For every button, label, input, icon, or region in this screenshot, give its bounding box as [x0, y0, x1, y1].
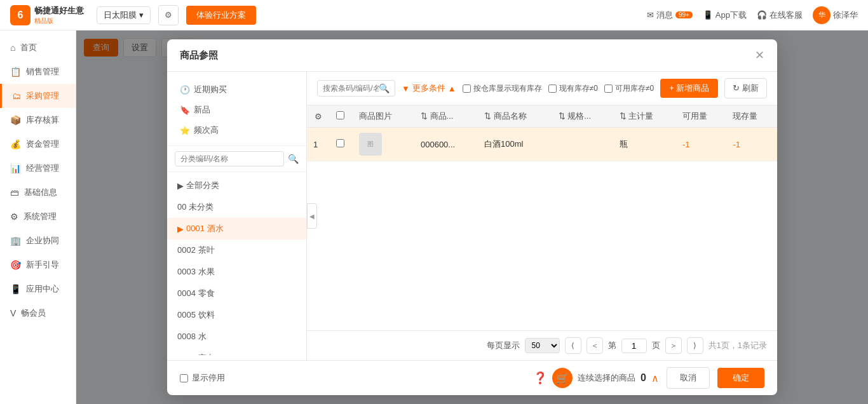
available-stock-checkbox[interactable] [604, 84, 613, 93]
page-size-select[interactable]: 50 10 20 100 [525, 338, 560, 353]
app-download-btn[interactable]: 📱 App下载 [703, 10, 747, 21]
show-disabled-wrap[interactable]: 显示停用 [180, 372, 225, 384]
category-0010-label: 0010 家电 [177, 353, 215, 355]
page-input[interactable] [621, 339, 647, 353]
member-icon: V [10, 308, 16, 318]
sidebar-item-apps[interactable]: 📱应用中心 [0, 277, 76, 301]
th-unit[interactable]: ⇅ 主计量 [613, 105, 676, 128]
more-filter-btn[interactable]: ▼ 更多条件 ▲ [402, 83, 456, 94]
experience-btn[interactable]: 体验行业方案 [186, 6, 256, 25]
td-image: 图 [353, 128, 414, 161]
category-0008-label: 0008 水 [177, 331, 207, 342]
category-0010[interactable]: 0010 家电 [167, 347, 306, 355]
current-stock-checkbox-wrap[interactable]: 现有库存≠0 [548, 83, 598, 94]
last-page-icon: ⟩ [693, 341, 696, 350]
td-checkbox[interactable] [330, 128, 353, 161]
th-spec[interactable]: ⇅ 规格... [552, 105, 613, 128]
th-available: 可用量 [676, 105, 726, 128]
product-search-icon[interactable]: 🔍 [379, 83, 390, 93]
category-0004-label: 0004 零食 [177, 288, 215, 299]
gear-button[interactable]: ⚙ [158, 5, 179, 25]
messages-btn[interactable]: ✉ 消息 99+ [647, 10, 693, 21]
cancel-btn[interactable]: 取消 [667, 367, 710, 389]
purchase-icon: 🗂 [12, 91, 21, 101]
product-table: ⚙ 商品图片 ⇅ 商品... ⇅ 商品名称 [307, 105, 777, 161]
th-code[interactable]: ⇅ 商品... [414, 105, 478, 128]
refresh-btn[interactable]: ↻ 刷新 [724, 78, 767, 98]
add-product-btn[interactable]: + 新增商品 [660, 79, 718, 98]
th-checkbox[interactable] [330, 105, 353, 128]
available-stock-label: 可用库存≠0 [615, 83, 654, 94]
sidebar-item-inventory[interactable]: 📦库存核算 [0, 108, 76, 132]
current-stock-checkbox[interactable] [548, 84, 557, 93]
select-all-checkbox[interactable] [336, 111, 344, 119]
first-page-btn[interactable]: ⟨ [565, 337, 581, 354]
category-0001-label: 0001 酒水 [186, 223, 224, 234]
warehouse-checkbox-wrap[interactable]: 按仓库显示现有库存 [463, 83, 542, 94]
arrow-right-icon: ▶ [177, 181, 184, 191]
td-code: 000600... [414, 128, 478, 161]
cart-area: ❓ 🛒 连续选择的商品 0 ∧ [533, 368, 659, 388]
category-00[interactable]: 00 未分类 [167, 196, 306, 218]
sidebar-item-system[interactable]: ⚙系统管理 [0, 205, 76, 229]
modal-close-btn[interactable]: ✕ [755, 48, 764, 62]
row-checkbox[interactable] [336, 139, 344, 147]
quick-frequent[interactable]: ⭐ 频次高 [175, 120, 299, 140]
category-0003[interactable]: 0003 水果 [167, 261, 306, 283]
sidebar-item-finance[interactable]: 💰资金管理 [0, 132, 76, 156]
modal-footer: 显示停用 ❓ 🛒 连续选择的商品 0 ∧ 取消 确定 [167, 360, 777, 395]
filter-arrow-icon: ▲ [448, 84, 456, 93]
category-all-label: 全部分类 [186, 180, 219, 191]
prev-page-btn[interactable]: ＜ [587, 337, 603, 354]
quick-new[interactable]: 🔖 新品 [175, 100, 299, 120]
th-name[interactable]: ⇅ 商品名称 [478, 105, 552, 128]
chevron-down-icon: ▾ [139, 10, 144, 20]
th-settings[interactable]: ⚙ [307, 105, 330, 128]
show-disabled-checkbox[interactable] [180, 374, 188, 382]
product-table-wrap: ⚙ 商品图片 ⇅ 商品... ⇅ 商品名称 [307, 105, 777, 330]
collapse-panel-btn[interactable]: ◀ [307, 203, 317, 229]
table-row[interactable]: 1 图 000600... 白酒100ml 瓶 [307, 128, 777, 161]
product-search-input[interactable] [323, 84, 379, 93]
category-0008[interactable]: 0008 水 [167, 326, 306, 347]
category-all[interactable]: ▶ 全部分类 [167, 175, 306, 196]
app-download-label: App下载 [715, 10, 747, 21]
customer-service-btn[interactable]: 🎧 在线客服 [757, 10, 803, 21]
collapse-cart-btn[interactable]: ∧ [651, 372, 659, 384]
available-stock-checkbox-wrap[interactable]: 可用库存≠0 [604, 83, 654, 94]
category-0005[interactable]: 0005 饮料 [167, 304, 306, 326]
confirm-btn[interactable]: 确定 [717, 368, 764, 388]
category-0004[interactable]: 0004 零食 [167, 283, 306, 304]
quick-recent[interactable]: 🕐 近期购买 [175, 79, 299, 100]
search-category-input[interactable] [175, 151, 284, 166]
user-area[interactable]: 华 徐泽华 [813, 6, 858, 24]
tag-icon: 🔖 [180, 105, 190, 115]
messages-badge: 99+ [675, 11, 693, 18]
sidebar-item-basic[interactable]: 🗃基础信息 [0, 180, 76, 205]
sidebar-item-member[interactable]: V畅会员 [0, 301, 76, 325]
filter-icon: ▼ [402, 84, 410, 93]
enterprise-icon: 🏢 [10, 236, 21, 246]
cart-count: 0 [641, 372, 646, 384]
nav-selector[interactable]: 日太阳膜 ▾ [97, 6, 151, 24]
current-stock-label: 现有库存≠0 [559, 83, 598, 94]
sidebar-item-operations[interactable]: 📊经营管理 [0, 156, 76, 180]
category-0003-label: 0003 水果 [177, 266, 215, 278]
sidebar-item-home[interactable]: ⌂首页 [0, 36, 76, 60]
logo-icon: 6 [10, 5, 31, 25]
search-category-icon[interactable]: 🔍 [288, 154, 299, 164]
sidebar-item-sales[interactable]: 📋销售管理 [0, 60, 76, 84]
system-icon: ⚙ [10, 212, 18, 222]
nav-selector-text: 日太阳膜 [104, 10, 137, 21]
clock-icon: 🕐 [180, 85, 190, 95]
help-icon[interactable]: ❓ [533, 371, 547, 385]
category-0001[interactable]: ▶ 0001 酒水 [167, 218, 306, 239]
next-page-btn[interactable]: ＞ [665, 337, 682, 354]
sidebar-item-purchase[interactable]: 🗂采购管理 [0, 84, 76, 108]
category-0002[interactable]: 0002 茶叶 [167, 239, 306, 261]
sidebar-item-enterprise[interactable]: 🏢企业协同 [0, 229, 76, 253]
warehouse-checkbox[interactable] [463, 84, 471, 93]
modal-overlay[interactable]: 商品参照 ✕ 🕐 近期购买 🔖 [76, 30, 868, 404]
last-page-btn[interactable]: ⟩ [687, 337, 703, 354]
sidebar-item-guide[interactable]: 🎯新手引导 [0, 253, 76, 277]
